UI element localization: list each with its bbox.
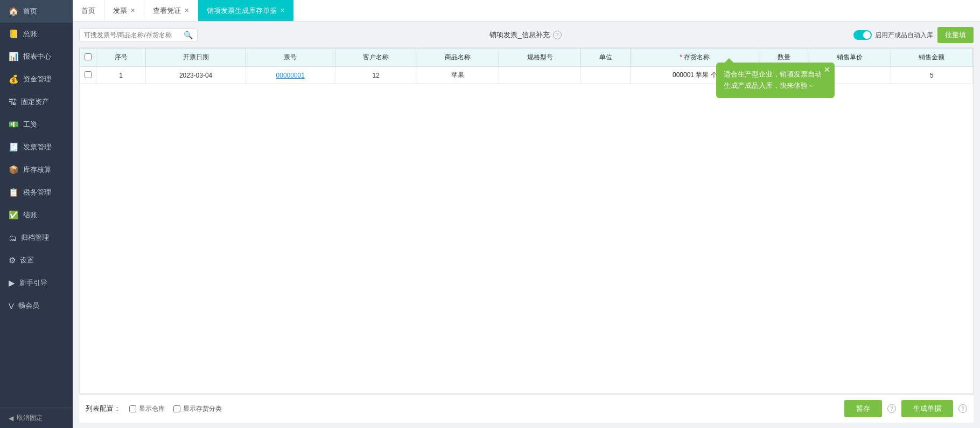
- show-warehouse-checkbox[interactable]: [129, 405, 136, 412]
- header-product: 商品名称: [417, 49, 499, 67]
- tab-create-stock[interactable]: 销项发票生成库存单据 ✕: [198, 0, 294, 21]
- toolbar-right: 启用产成品自动入库 批量填: [853, 27, 974, 43]
- toggle-track[interactable]: [853, 30, 872, 40]
- tab-home[interactable]: 首页: [73, 0, 104, 21]
- sidebar-item-tax[interactable]: 📋 税务管理: [0, 181, 73, 204]
- toolbar-center: 销项发票_信息补充 ?: [203, 30, 848, 40]
- close-voucher-tab-icon[interactable]: ✕: [184, 7, 189, 14]
- row-unit: [581, 67, 631, 84]
- sidebar-item-invoice[interactable]: 🧾 发票管理: [0, 136, 73, 158]
- save-info-icon[interactable]: ?: [887, 404, 896, 413]
- toolbar-row: 🔍 销项发票_信息补充 ? 启用产成品自动入库 批量填: [79, 27, 974, 43]
- inventory-icon: 📦: [9, 165, 19, 175]
- config-label: 列表配置：: [86, 404, 121, 413]
- report-icon: 📊: [9, 52, 19, 61]
- bottom-actions: 暂存 ? 生成单据 ?: [844, 400, 967, 417]
- toggle-switch[interactable]: 启用产成品自动入库: [853, 30, 933, 40]
- tab-bar: 首页 发票 ✕ 查看凭证 ✕ 销项发票生成库存单据 ✕: [73, 0, 980, 22]
- show-category-label[interactable]: 显示存货分类: [173, 404, 222, 413]
- close-invoice-tab-icon[interactable]: ✕: [130, 7, 135, 14]
- settle-icon: ✅: [9, 210, 19, 220]
- ledger-icon: 📒: [9, 29, 19, 39]
- row-product: 苹果: [417, 67, 499, 84]
- sidebar-item-fixed-asset[interactable]: 🏗 固定资产: [0, 91, 73, 113]
- table-body: 1 2023-03-04 00000001 12 苹果 000001 苹果 个 …: [80, 67, 973, 84]
- sidebar-item-settings[interactable]: ⚙ 设置: [0, 249, 73, 272]
- tooltip-arrow: [725, 58, 733, 63]
- header-seq: 序号: [96, 49, 146, 67]
- search-wrap: 🔍: [79, 28, 198, 42]
- select-all-checkbox[interactable]: [85, 53, 92, 60]
- row-spec: [499, 67, 580, 84]
- main-content: 首页 发票 ✕ 查看凭证 ✕ 销项发票生成库存单据 ✕ 🔍 销项发票_信息补充 …: [73, 0, 980, 428]
- row-seq: 1: [96, 67, 146, 84]
- search-input[interactable]: [84, 31, 180, 39]
- tab-invoice[interactable]: 发票 ✕: [104, 0, 144, 21]
- sidebar-item-home[interactable]: 🏠 首页: [0, 0, 73, 23]
- row-amount: 5: [891, 67, 972, 84]
- save-button[interactable]: 暂存: [844, 400, 882, 417]
- bottom-bar: 列表配置： 显示仓库 显示存货分类 暂存 ? 生成单据 ?: [79, 394, 974, 423]
- vip-icon: V: [9, 301, 14, 310]
- tax-icon: 📋: [9, 188, 19, 197]
- fixed-asset-icon: 🏗: [9, 98, 17, 107]
- search-icon[interactable]: 🔍: [184, 31, 193, 39]
- sidebar: 🏠 首页 📒 总账 📊 报表中心 💰 资金管理 🏗 固定资产 💵 工资 🧾 发票…: [0, 0, 73, 428]
- data-table: 序号 开票日期 票号 客户名称 商品名称 规格型号 单位 * 存货名称 数量 销…: [80, 48, 973, 84]
- fund-icon: 💰: [9, 74, 19, 84]
- sidebar-item-payroll[interactable]: 💵 工资: [0, 113, 73, 136]
- sidebar-item-report[interactable]: 📊 报表中心: [0, 45, 73, 68]
- tooltip-close-button[interactable]: ✕: [824, 66, 830, 73]
- header-checkbox-cell: [80, 49, 96, 67]
- row-checkbox-cell: [80, 67, 96, 84]
- tooltip-text: 适合生产型企业，销项发票自动生成产成品入库，快来体验～: [724, 70, 822, 89]
- batch-fill-button[interactable]: 批量填: [937, 27, 974, 43]
- tab-voucher[interactable]: 查看凭证 ✕: [144, 0, 198, 21]
- sidebar-item-inventory[interactable]: 📦 库存核算: [0, 158, 73, 181]
- sidebar-item-guide[interactable]: ▶ 新手引导: [0, 272, 73, 294]
- toggle-label: 启用产成品自动入库: [875, 31, 933, 40]
- sidebar-item-settle[interactable]: ✅ 结账: [0, 204, 73, 226]
- generate-button[interactable]: 生成单据: [901, 400, 953, 417]
- guide-icon: ▶: [9, 278, 15, 288]
- header-number: 票号: [246, 49, 335, 67]
- row-date: 2023-03-04: [146, 67, 246, 84]
- show-category-checkbox[interactable]: [173, 405, 180, 412]
- table-header-row: 序号 开票日期 票号 客户名称 商品名称 规格型号 单位 * 存货名称 数量 销…: [80, 49, 973, 67]
- page-content: 🔍 销项发票_信息补充 ? 启用产成品自动入库 批量填: [73, 22, 980, 428]
- data-table-wrap: 序号 开票日期 票号 客户名称 商品名称 规格型号 单位 * 存货名称 数量 销…: [79, 47, 974, 394]
- pin-icon: ◀: [9, 415, 13, 422]
- row-checkbox[interactable]: [85, 71, 92, 78]
- sidebar-item-vip[interactable]: V 畅会员: [0, 294, 73, 317]
- settings-icon: ⚙: [9, 256, 16, 265]
- archive-icon: 🗂: [9, 233, 17, 243]
- toggle-thumb: [863, 31, 871, 39]
- header-spec: 规格型号: [499, 49, 580, 67]
- row-customer: 12: [335, 67, 417, 84]
- sidebar-unpin-button[interactable]: ◀ 取消固定: [0, 408, 73, 428]
- show-warehouse-label[interactable]: 显示仓库: [129, 404, 165, 413]
- sidebar-item-fund[interactable]: 💰 资金管理: [0, 68, 73, 91]
- center-label: 销项发票_信息补充: [489, 30, 549, 40]
- header-amount: 销售金额: [891, 49, 972, 67]
- header-unit: 单位: [581, 49, 631, 67]
- payroll-icon: 💵: [9, 120, 19, 129]
- invoice-icon: 🧾: [9, 142, 19, 152]
- info-icon[interactable]: ?: [553, 31, 562, 39]
- home-icon: 🏠: [9, 6, 19, 16]
- tooltip-box: ✕ 适合生产型企业，销项发票自动生成产成品入库，快来体验～: [716, 63, 835, 98]
- sidebar-item-ledger[interactable]: 📒 总账: [0, 23, 73, 45]
- header-date: 开票日期: [146, 49, 246, 67]
- generate-info-icon[interactable]: ?: [958, 404, 967, 413]
- close-create-stock-tab-icon[interactable]: ✕: [280, 7, 285, 14]
- sidebar-item-archive[interactable]: 🗂 归档管理: [0, 226, 73, 249]
- row-number[interactable]: 00000001: [246, 67, 335, 84]
- header-customer: 客户名称: [335, 49, 417, 67]
- tooltip-container: ✕ 适合生产型企业，销项发票自动生成产成品入库，快来体验～: [716, 63, 835, 98]
- table-row: 1 2023-03-04 00000001 12 苹果 000001 苹果 个 …: [80, 67, 973, 84]
